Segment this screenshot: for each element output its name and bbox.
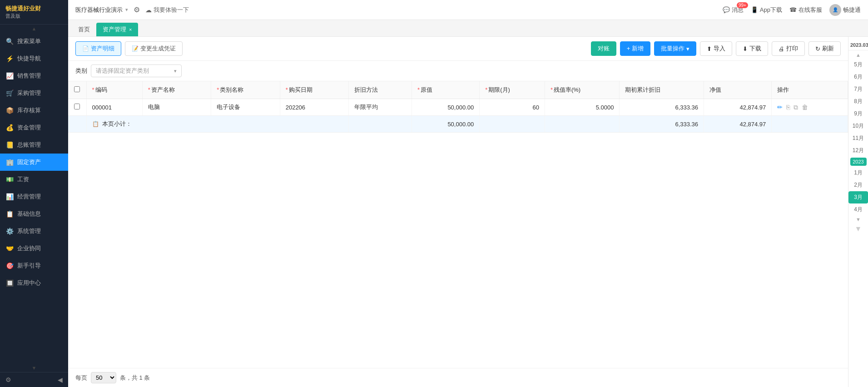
col-depreciation-method: 折旧方法	[349, 81, 412, 99]
operations-icon: 📊	[5, 193, 14, 201]
subtotal-empty-4	[545, 116, 620, 133]
row-checkbox[interactable]	[74, 104, 80, 109]
sidebar-item-label: 基础信息	[17, 210, 41, 218]
search-icon: 🔍	[5, 37, 14, 45]
sidebar-item-label: 经营管理	[17, 193, 41, 201]
enterprise-icon: 🤝	[5, 244, 14, 253]
right-panel-month-7[interactable]: 7月	[848, 83, 868, 95]
collapse-icon[interactable]: ◀	[58, 376, 63, 383]
batch-arrow-icon: ▾	[686, 45, 689, 52]
category-filter[interactable]: 请选择固定资产类别 ▾	[91, 64, 182, 77]
active-tab-label: 资产管理	[103, 25, 126, 34]
table-header-row: *编码 *资产名称 *类别名称 *购买日期 折旧方法 *原值 *期限(月) *残…	[68, 81, 848, 99]
sidebar-item-assets[interactable]: 🏢 固定资产	[0, 154, 68, 171]
sidebar-item-quicknav[interactable]: ⚡ 快捷导航	[0, 50, 68, 67]
service-icon: ☎	[789, 6, 797, 13]
cell-accumulated-dep: 6,333.36	[620, 99, 704, 116]
sidebar-item-guide[interactable]: 🎯 新手引导	[0, 257, 68, 274]
toolbar-actions: 对账 + 新增 批量操作 ▾ ⬆ 导入	[591, 41, 841, 56]
sidebar-item-funds[interactable]: 💰 资金管理	[0, 119, 68, 136]
app-download-icon: 📱	[751, 6, 758, 13]
tab-assets[interactable]: 资产管理 ×	[96, 23, 138, 36]
company-dropdown-icon: ▾	[125, 7, 128, 13]
right-panel-month-1[interactable]: 1月	[848, 167, 868, 179]
sidebar-item-operations[interactable]: 📊 经营管理	[0, 188, 68, 205]
salary-icon: 💵	[5, 175, 14, 184]
select-all-checkbox[interactable]	[74, 86, 80, 92]
logo-sub: 普及版	[5, 13, 63, 20]
subtotal-accumulated-dep: 6,333.36	[620, 116, 704, 133]
tab-change-voucher[interactable]: 📝 变更生成凭证	[125, 41, 183, 56]
cell-depreciation-method: 年限平均	[349, 99, 412, 116]
right-panel-month-5[interactable]: 5月	[848, 59, 868, 71]
download-button[interactable]: ⬇ 下载	[736, 41, 768, 56]
print-label: 打印	[786, 45, 798, 53]
cell-name: 电脑	[142, 99, 211, 116]
funds-icon: 💰	[5, 124, 14, 132]
right-panel-month-8[interactable]: 8月	[848, 95, 868, 108]
print-button[interactable]: 🖨 打印	[772, 41, 805, 56]
total-text: 条，共 1 条	[120, 374, 150, 382]
sidebar-item-apps[interactable]: 🔲 应用中心	[0, 274, 68, 292]
right-panel-nav-up[interactable]: ▲	[856, 52, 861, 58]
right-panel-month-2[interactable]: 2月	[848, 179, 868, 191]
subtotal-row: 📋 本页小计： 50,000.00 6,333.36 42,874.97	[68, 116, 848, 133]
sidebar-item-inventory[interactable]: 📦 库存核算	[0, 102, 68, 119]
tab-asset-detail-label: 资产明细	[91, 45, 114, 53]
content-area: 📄 资产明细 📝 变更生成凭证 对账 + 新增	[68, 37, 848, 387]
table-container: *编码 *资产名称 *类别名称 *购买日期 折旧方法 *原值 *期限(月) *残…	[68, 81, 848, 368]
per-page-select[interactable]: 50 20 100	[91, 372, 116, 383]
import-button[interactable]: ⬆ 导入	[700, 41, 732, 56]
sidebar-scroll-down[interactable]: ▼	[0, 364, 68, 372]
sidebar-item-salary[interactable]: 💵 工资	[0, 171, 68, 188]
sidebar-scroll-up[interactable]: ▲	[0, 25, 68, 33]
app-download-label: App下载	[760, 6, 782, 14]
tab-close-icon[interactable]: ×	[129, 27, 132, 32]
topbar-settings-icon[interactable]: ⚙	[134, 5, 140, 14]
col-residual-rate: *残值率(%)	[545, 81, 620, 99]
right-panel-month-10[interactable]: 10月	[848, 120, 868, 132]
app-download-btn[interactable]: 📱 App下载	[751, 6, 782, 14]
right-panel-month-11[interactable]: 11月	[848, 132, 868, 144]
batch-button[interactable]: 批量操作 ▾	[654, 41, 696, 56]
right-panel-month-4[interactable]: 4月	[848, 203, 868, 216]
edit-icon[interactable]: ✏	[777, 104, 783, 111]
tab-asset-detail[interactable]: 📄 资产明细	[75, 41, 121, 56]
more-icon[interactable]: ⧉	[794, 104, 798, 111]
new-button[interactable]: + 新增	[620, 41, 650, 56]
right-panel-nav-down[interactable]: ▼	[856, 217, 861, 222]
refresh-button[interactable]: ↻ 刷新	[808, 41, 841, 56]
service-btn[interactable]: ☎ 在线客服	[789, 6, 822, 14]
sidebar-item-basic[interactable]: 📋 基础信息	[0, 205, 68, 223]
sidebar-item-sales[interactable]: 📈 销售管理	[0, 67, 68, 84]
right-panel-month-6[interactable]: 6月	[848, 71, 868, 83]
right-panel-month-12[interactable]: 12月	[848, 144, 868, 157]
assets-icon: 🏢	[5, 158, 14, 166]
tab-home[interactable]: 首页	[74, 23, 94, 36]
settings-icon[interactable]: ⚙	[5, 376, 11, 383]
copy-icon[interactable]: ⎘	[786, 104, 790, 111]
table-row: 000001 电脑 电子设备 202206 年限平均 50,000.00 60 …	[68, 99, 848, 116]
right-panel-bottom-nav[interactable]: ▼	[855, 225, 862, 233]
experience-text: 我要体验一下	[154, 6, 189, 14]
sidebar-item-label: 搜索菜单	[17, 37, 41, 45]
sidebar-item-ledger[interactable]: 📒 总账管理	[0, 136, 68, 154]
sidebar-item-search[interactable]: 🔍 搜索菜单	[0, 33, 68, 50]
user-btn[interactable]: 👤 畅捷通	[829, 4, 861, 16]
reconcile-button[interactable]: 对账	[591, 41, 616, 56]
company-selector[interactable]: 医疗器械行业演示 ▾	[75, 6, 128, 14]
home-tab-label: 首页	[78, 26, 90, 33]
delete-icon[interactable]: 🗑	[802, 104, 808, 111]
cell-period: 60	[480, 99, 545, 116]
experience-btn[interactable]: ☁ 我要体验一下	[145, 6, 189, 14]
sidebar-item-purchase[interactable]: 🛒 采购管理	[0, 84, 68, 102]
sidebar-item-system[interactable]: ⚙️ 系统管理	[0, 223, 68, 240]
sidebar: 畅捷通好业财 普及版 ▲ 🔍 搜索菜单 ⚡ 快捷导航 📈 销售管理 🛒 采购管理…	[0, 0, 68, 387]
right-panel-month-3-current[interactable]: 3月	[848, 191, 868, 203]
message-btn[interactable]: 💬 消息 99+	[723, 6, 744, 14]
right-panel-month-9[interactable]: 9月	[848, 108, 868, 120]
sidebar-item-enterprise[interactable]: 🤝 企业协同	[0, 240, 68, 257]
download-label: 下载	[749, 45, 761, 53]
avatar: 👤	[829, 4, 841, 16]
service-label: 在线客服	[799, 6, 822, 14]
